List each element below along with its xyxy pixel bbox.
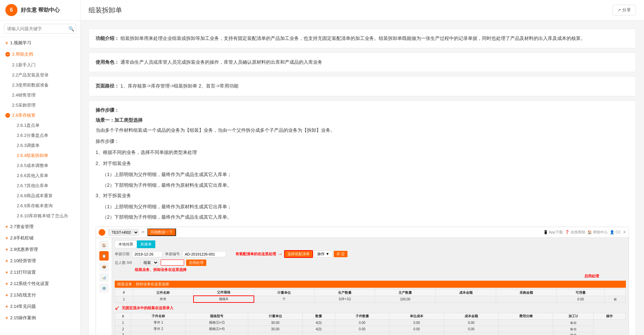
- mock-annotation3-text: 启用处理: [115, 274, 599, 279]
- table-row: 3 ⊞ ⊟: [115, 332, 626, 335]
- sidebar-header: 6 好生意 帮助中心: [0, 0, 80, 20]
- sidebar-item-coupon[interactable]: + 2.9优惠券管理: [0, 244, 80, 255]
- sidebar-item-adjust[interactable]: 2.6.3调拨单: [0, 141, 80, 151]
- mock-form-row1: 单据日期 单据编号 有装配清单的在这里处理 → 选择装配清单 操作 ▼: [115, 250, 626, 258]
- plus-icon: +: [5, 40, 8, 46]
- sidebar-item-fund[interactable]: + 2.7资金管理: [0, 221, 80, 232]
- sidebar-item-other-in[interactable]: 2.6.6其他入库单: [0, 171, 80, 181]
- mock-nav-form[interactable]: 📋: [99, 251, 109, 261]
- sidebar-item-install[interactable]: 2.2产品安装及登录: [0, 70, 80, 80]
- mock-annotation2-text: 组装业务、拆卸业务在这里选择: [135, 267, 626, 272]
- mock-tab-new[interactable]: 新建单: [137, 240, 155, 248]
- mock-sync-btn[interactable]: 同期数据一下: [147, 228, 176, 236]
- path-label: 页面路径：: [96, 83, 119, 89]
- mock-form-row2: 总人数 0/0 组装 拆卸 启用处理: [115, 259, 626, 266]
- mock-tabs: 本地传票 新建单: [115, 240, 626, 248]
- mock-icon-app: 📱 App下载: [543, 230, 563, 235]
- mock-enable-btn[interactable]: 启用处理: [186, 260, 206, 266]
- mock-icon-center: 🏠 帮助中心: [587, 230, 608, 235]
- sidebar-item-print[interactable]: + 2.11打印设置: [0, 267, 80, 278]
- mock-save-btn[interactable]: 存 定: [334, 251, 347, 257]
- sidebar-item-prepare[interactable]: 2.3使用前数据准备: [0, 80, 80, 90]
- plus-icon-custom: +: [5, 281, 8, 286]
- mock-item-input[interactable]: [161, 260, 184, 266]
- sidebar-item-faq[interactable]: + 2.14常见问题: [0, 301, 80, 312]
- mock-topbar-icons: 📱 App下载 ❓ 在线帮助 🏠 帮助中心 👤 CC ✕: [543, 230, 626, 235]
- mock-annotation1-area: 有装配清单的在这里处理 → 选择装配清单 操作 ▼ 存 定: [235, 250, 347, 258]
- sidebar-item-new-user[interactable]: 2.1新手入门: [0, 60, 80, 70]
- sidebar-item-stock-query[interactable]: 2.6.9库存账本查询: [0, 201, 80, 211]
- mock-type-select-area: 组装 拆卸 启用处理: [140, 259, 206, 266]
- mock-close-icon[interactable]: ✕: [623, 230, 626, 234]
- mock-icon-help: ❓ 在线帮助: [565, 230, 585, 235]
- plus-icon-fund: +: [5, 224, 8, 229]
- app-logo: 6: [5, 4, 17, 16]
- role-card: 使用角色： 通常由生产人员或库管人员完成拆装业务的操作，库管人员确认原材料的出库…: [89, 52, 636, 72]
- role-text: 通常由生产人员或库管人员完成拆装业务的操作，库管人员确认原材料的出库和产成品的入…: [120, 59, 322, 65]
- mock-count-label: 总人数 0/0: [115, 260, 132, 265]
- mock-date-label: 单据日期: [115, 252, 129, 257]
- th-produce-qty: 生产数量: [314, 289, 375, 296]
- app-name: 好生意 帮助中心: [21, 7, 60, 14]
- sidebar-item-cost-recalc[interactable]: 2.6.8商品成本重算: [0, 191, 80, 201]
- sidebar-item-other-out[interactable]: 2.6.7其他出库单: [0, 181, 80, 191]
- sidebar-item-cost-adjust[interactable]: 2.6.5成本调整单: [0, 161, 80, 171]
- mock-child-table-header: # 子件名称 规格型号 计量单位 数量 子件数量 单位成本 成本金额 费用分摊: [115, 313, 626, 320]
- minus-inventory-icon: −: [5, 113, 10, 118]
- mock-tab-local[interactable]: 本地传票: [115, 240, 137, 248]
- table-row: 2 零件 2 规格(1)+4) 30.00 4(3) 0.00 0.00 0.0…: [115, 326, 626, 332]
- mock-assembly-list-btn[interactable]: 选择装配清单: [284, 250, 313, 258]
- share-icon: ↗: [618, 8, 621, 12]
- table-row: 1 零件 1 规格(1)+2) 30.00 4(3) 0.00 0.00 0.0…: [115, 320, 626, 326]
- mock-process-type-select[interactable]: 组装 拆卸: [140, 259, 159, 266]
- mock-form-section: 单据日期 单据编号 有装配清单的在这里处理 → 选择装配清单 操作 ▼: [115, 250, 626, 279]
- mock-annotation1-text: 有装配清单的在这里处理: [235, 252, 276, 257]
- mock-no-label: 单据编号: [165, 252, 180, 257]
- screenshot-wrapper: TEST-H002 ⟳ 同期数据一下 📱 App下载 ❓ 在线帮助 🏠 帮助中心…: [96, 227, 629, 335]
- sidebar-item-purchase[interactable]: 2.5采购管理: [0, 100, 80, 110]
- annotation1-arrow: →: [277, 251, 283, 257]
- mock-no-input[interactable]: [182, 251, 226, 257]
- step1: 1、根据不同的业务，选择不同单据的类型来处理: [96, 148, 629, 157]
- sidebar-item-inventory[interactable]: − 2.6库存核算: [0, 110, 80, 120]
- mock-sync-icon: ⟳: [142, 230, 145, 234]
- sidebar-item-stock-error[interactable]: 2.6.10库存账本错了怎么办: [0, 211, 80, 221]
- th-no: #: [115, 289, 133, 296]
- sidebar-item-custom[interactable]: + 2.12系统个性化设置: [0, 278, 80, 289]
- plus-icon-coupon: +: [5, 247, 8, 252]
- search-section: 🔍: [0, 20, 80, 37]
- sidebar-item-stocktake[interactable]: 2.6.1盘点单: [0, 120, 80, 130]
- search-button[interactable]: 🔍: [68, 26, 74, 32]
- mock-sidebar: 🏠 📋 📦 📊 ⚙️: [96, 238, 112, 335]
- sidebar-item-assemble[interactable]: 2.6.4组装拆卸单: [0, 151, 80, 161]
- mock-nav-report[interactable]: 📊: [99, 273, 109, 282]
- mock-arrow-section: ↙ 无固定流水中的组装在这里录入: [115, 304, 626, 312]
- sidebar-item-cases[interactable]: + 2.15操作案例: [0, 312, 80, 324]
- share-button[interactable]: ↗ 分享: [612, 5, 636, 15]
- sidebar-item-mobile[interactable]: + 2.8手机旺铺: [0, 232, 80, 244]
- nav-section: + 1.视频学习 − 2.帮助文档 2.1新手入门 2.2产品安装及登录 2.3…: [0, 37, 80, 324]
- plus-icon-cases: +: [5, 315, 8, 321]
- steps-section: 操作步骤： 场景一：加工类型选择 当由多个子件材料组装成一个成品的业务为【组装】…: [89, 100, 636, 335]
- sidebar-item-payment[interactable]: + 2.13在线支付: [0, 289, 80, 301]
- mock-nav-home[interactable]: 🏠: [99, 240, 109, 250]
- feature-label: 功能介绍：: [96, 36, 119, 41]
- mock-date-input[interactable]: [132, 251, 162, 257]
- sidebar-item-video[interactable]: + 1.视频学习: [0, 37, 80, 49]
- sidebar-item-docs[interactable]: − 2.帮助文档: [0, 49, 80, 60]
- mock-nav-setting[interactable]: ⚙️: [99, 283, 109, 293]
- mock-store-select[interactable]: TEST-H002: [108, 229, 139, 236]
- path-card: 页面路径： 1、库存核算->库存管理->组装拆卸单 2、首页->常用功能: [89, 76, 636, 96]
- step3-1: （1）上部明细为父件明细，最终作为原材料生成其它出库单；: [102, 203, 629, 211]
- role-label: 使用角色：: [96, 59, 119, 65]
- th-cost-amt: 成本金额: [435, 289, 496, 296]
- mock-action-btn[interactable]: 操作 ▼: [314, 250, 332, 258]
- sidebar-item-sales[interactable]: 2.4销售管理: [0, 90, 80, 100]
- search-input[interactable]: [4, 24, 76, 34]
- th-available: 可用量: [556, 289, 605, 296]
- mock-nav-goods[interactable]: 📦: [99, 262, 109, 271]
- sidebar-item-split-stock[interactable]: 2.6.2分量盘点单: [0, 130, 80, 141]
- sidebar-item-operation[interactable]: + 2.10经营管理: [0, 255, 80, 267]
- step2-1: （1）上部明细为父件明细，最终作为产成品生成其它入库单；: [102, 170, 629, 179]
- main-area: 组装拆卸单 ↗ 分享 功能介绍： 组装拆卸单用来处理企业组装或拆卸等加工业务，支…: [80, 0, 644, 335]
